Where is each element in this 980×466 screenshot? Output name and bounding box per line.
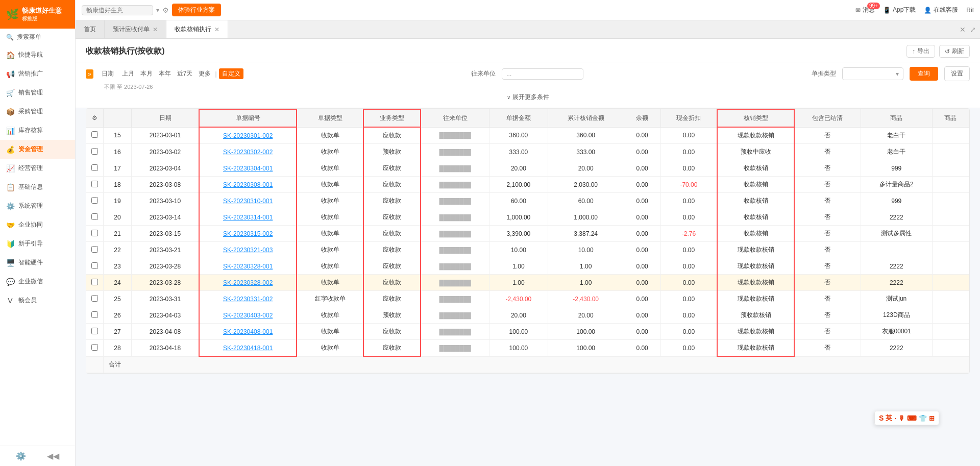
topbar-online-service[interactable]: 👤 在线客服 [924,6,958,14]
sidebar-search[interactable]: 🔍 搜索菜单 [0,29,75,45]
watermark-dot: · [894,414,896,422]
filter-date-custom[interactable]: 自定义 [219,68,243,79]
td-checkbox[interactable] [86,324,104,340]
td-balance: 0.00 [624,127,660,144]
column-settings-icon[interactable]: ⚙ [92,114,97,121]
td-biz-type: 应收款 [363,340,421,357]
td-bill-no[interactable]: SK-20230308-001 [199,177,297,193]
filter-bill-type-select[interactable]: ▾ [842,67,903,80]
td-checkbox[interactable] [86,226,104,242]
tab-expand-icon[interactable]: ⤢ [970,26,976,34]
sidebar-collapse-button[interactable]: ◀◀ [47,451,59,461]
td-goods2 [932,340,969,357]
td-goods2 [932,242,969,258]
filter-date-this-month[interactable]: 本月 [138,69,155,79]
export-icon: ↑ [912,48,915,55]
td-partner: ████████ [421,324,489,340]
td-bill-no[interactable]: SK-20230328-001 [199,258,297,275]
td-bill-no[interactable]: SK-20230304-001 [199,160,297,177]
td-bill-no[interactable]: SK-20230314-001 [199,209,297,226]
topbar-solution-button[interactable]: 体验行业方案 [172,4,221,16]
td-seq: 21 [104,226,132,242]
sidebar-item-sales[interactable]: 🛒 销售管理 [0,83,75,102]
tab-receivable-close-icon[interactable]: ✕ [153,26,158,33]
sidebar-item-purchase[interactable]: 📦 采购管理 [0,102,75,121]
content-area: 收款核销执行(按收款) ↑ 导出 ↺ 刷新 » 日期 上月 本月 [76,39,980,466]
td-bill-type: 收款单 [297,127,363,144]
filter-toggle-button[interactable]: » [86,69,93,79]
td-partner: ████████ [421,177,489,193]
sidebar-item-hardware[interactable]: 🖥️ 智能硬件 [0,253,75,272]
topbar-chevron-icon[interactable]: ▾ [156,7,159,14]
sidebar-item-marketing[interactable]: 📢 营销推广 [0,64,75,83]
td-biz-type: 应收款 [363,275,421,291]
td-bill-no[interactable]: SK-20230315-002 [199,226,297,242]
refresh-button[interactable]: ↺ 刷新 [939,45,970,58]
td-goods2 [932,226,969,242]
td-checkbox[interactable] [86,127,104,144]
sidebar-item-system[interactable]: ⚙️ 系统管理 [0,197,75,215]
td-checkbox[interactable] [86,291,104,307]
filter-settings-button[interactable]: 设置 [944,66,970,81]
table-footer: 合计 [86,356,969,373]
filter-date-last-month[interactable]: 上月 [120,69,136,79]
td-bill-no[interactable]: SK-20230301-002 [199,127,297,144]
topbar-brand-input[interactable] [82,5,153,15]
td-include-cleared: 否 [794,226,861,242]
topbar-messages[interactable]: ✉ 消息 99+ [855,6,875,14]
tab-close-all-icon[interactable]: ✕ [960,26,966,34]
td-balance: 0.00 [624,307,660,324]
td-checkbox[interactable] [86,177,104,193]
sidebar-item-finance[interactable]: 💰 资金管理 [0,140,75,159]
filter-date-more[interactable]: 更多 [197,69,213,79]
td-bill-no[interactable]: SK-20230321-003 [199,242,297,258]
tab-collection[interactable]: 收款核销执行 ✕ [166,20,228,38]
td-bill-type: 收款单 [297,258,363,275]
td-biz-type: 应收款 [363,291,421,307]
td-partner: ████████ [421,275,489,291]
td-checkbox[interactable] [86,144,104,160]
filter-date-this-year[interactable]: 本年 [157,69,173,79]
td-checkbox[interactable] [86,193,104,209]
tab-receivable[interactable]: 预计应收付单 ✕ [105,20,166,38]
sidebar-item-enterprise[interactable]: 🤝 企业协同 [0,215,75,234]
td-bill-no[interactable]: SK-20230408-001 [199,324,297,340]
td-checkbox[interactable] [86,209,104,226]
td-date: 2023-03-01 [131,127,199,144]
sidebar-item-wechat[interactable]: 💬 企业微信 [0,272,75,291]
td-checkbox[interactable] [86,242,104,258]
export-button[interactable]: ↑ 导出 [906,45,935,58]
td-goods2 [932,324,969,340]
td-checkbox[interactable] [86,160,104,177]
tabbar: 首页 预计应收付单 ✕ 收款核销执行 ✕ ✕ ⤢ [76,20,980,39]
filter-partner-select[interactable]: ... [502,68,583,80]
topbar-app-download[interactable]: 📱 App下载 [883,6,916,14]
td-bill-no[interactable]: SK-20230310-001 [199,193,297,209]
sidebar-settings-button[interactable]: ⚙️ [16,451,26,461]
sidebar-item-basics[interactable]: 📋 基础信息 [0,178,75,197]
td-balance: 0.00 [624,226,660,242]
td-checkbox[interactable] [86,307,104,324]
td-checkbox[interactable] [86,275,104,291]
tab-collection-close-icon[interactable]: ✕ [214,26,219,33]
td-checkbox[interactable] [86,340,104,357]
td-bill-no[interactable]: SK-20230328-002 [199,275,297,291]
sidebar-item-member[interactable]: V 畅会员 [0,291,75,310]
th-settings[interactable]: ⚙ [86,109,104,127]
td-bill-no[interactable]: SK-20230331-002 [199,291,297,307]
filter-expand[interactable]: ∨ 展开更多条件 [86,91,970,104]
td-bill-no[interactable]: SK-20230302-002 [199,144,297,160]
sidebar-item-guide[interactable]: 🔰 新手引导 [0,234,75,253]
td-bill-no[interactable]: SK-20230403-002 [199,307,297,324]
sidebar-item-operations[interactable]: 📈 经营管理 [0,159,75,178]
td-bill-amount: 100.00 [489,324,548,340]
sidebar-item-inventory[interactable]: 📊 库存核算 [0,121,75,140]
td-checkbox[interactable] [86,258,104,275]
filter-date-7days[interactable]: 近7天 [175,69,195,79]
filter-query-button[interactable]: 查询 [910,67,938,81]
sidebar-item-quick-nav[interactable]: 🏠 快捷导航 [0,45,75,64]
sidebar: 🌿 畅康道好生意 标推版 🔍 搜索菜单 🏠 快捷导航 📢 营销推广 🛒 销售管理… [0,0,76,466]
td-bill-no[interactable]: SK-20230418-001 [199,340,297,357]
tab-home[interactable]: 首页 [76,20,105,38]
topbar-settings-icon[interactable]: ⚙ [162,6,169,14]
